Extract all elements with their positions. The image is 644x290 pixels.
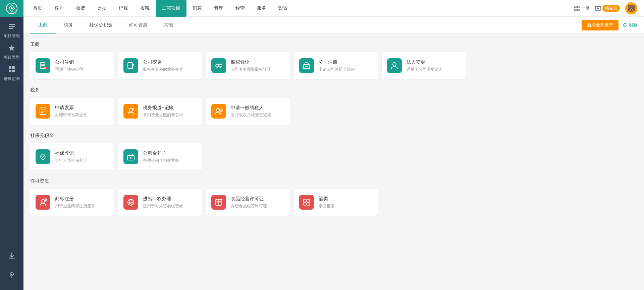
tab-right-actions: 新增业务类型 刷新 [582,20,637,30]
tab-other[interactable]: 其他 [156,17,181,33]
logo-area[interactable] [0,0,23,17]
shuiwu-cards: 申请发票 办理申请发票业务 [30,98,637,125]
trademark-title: 商标注册 [55,196,95,202]
import-export-icon [123,195,138,210]
equity-transfer-text: 股权转让 公司变更需要股权转让 [231,59,271,72]
nav-customer[interactable]: 客户 [48,0,70,17]
provident-fund-desc: 办理公积金相关业务 [143,158,179,163]
equity-transfer-desc: 公司变更需要股权转让 [231,67,271,72]
star-icon [8,44,15,53]
tab-gongshang[interactable]: 工商 [30,17,56,33]
provident-fund-title: 公积金开户 [143,150,179,156]
sidebar-item-progress[interactable]: 进度监测 [0,63,23,84]
nav-service[interactable]: 服务 [251,0,272,17]
card-company-cancel[interactable]: 公司注销 适用于注销公司 [30,52,114,79]
tab-shuiwu[interactable]: 税务 [56,17,81,33]
legal-person-change-text: 法人变更 适用于公司变更法人 [407,59,443,72]
svg-marker-10 [9,45,15,51]
svg-point-42 [216,108,220,112]
sidebar-item-project-manage[interactable]: 项目管理 [0,20,23,42]
general-taxpayer-icon [211,104,226,119]
sidebar-item-project-type[interactable]: 项目类型 [0,42,23,63]
sidebar-location[interactable] [0,267,23,283]
add-business-type-button[interactable]: 新增业务类型 [582,20,619,30]
nav-operate[interactable]: 经营 [229,0,251,17]
nav-ticket[interactable]: 票据 [91,0,113,17]
svg-rect-4 [578,9,579,11]
download-icon [8,252,15,259]
svg-rect-62 [304,199,306,202]
member-button[interactable]: 畅会员 [595,5,620,12]
invoice-title: 申请发票 [55,105,87,111]
tax-report-desc: 拿到营业执照的新公司 [143,112,183,118]
nav-settings[interactable]: 设置 [272,0,294,17]
nav-business[interactable]: 工商项目 [156,0,186,17]
company-cancel-icon [36,58,50,73]
tax-report-text: 税务报道+记账 拿到营业执照的新公司 [143,105,183,118]
card-legal-person-change[interactable]: 法人变更 适用于公司变更法人 [382,52,466,79]
tab-xuke[interactable]: 许可资质 [121,17,156,33]
svg-rect-14 [12,70,15,72]
equity-transfer-title: 股权转让 [231,59,271,65]
gongshang-cards: 公司注销 适用于注销公司 公司变更 股权变更外的业务变更 [30,52,637,79]
svg-rect-13 [9,70,11,72]
sidebar-download[interactable] [0,247,23,264]
legal-person-change-icon [387,58,402,73]
social-insurance-icon [36,149,50,164]
svg-rect-3 [575,9,576,11]
svg-point-0 [11,7,13,9]
general-taxpayer-desc: 当月或次月成变更完成 [231,112,271,118]
alcohol-title: 酒类 [319,196,335,202]
main-scroll-content[interactable]: 工商 公司注销 [23,33,644,290]
svg-point-33 [393,63,396,66]
svg-rect-8 [9,26,15,27]
card-provident-fund[interactable]: 公积金开户 办理公积金相关业务 [118,143,202,170]
provident-fund-text: 公积金开户 办理公积金相关业务 [143,150,179,163]
refresh-label: 刷新 [629,22,637,28]
fullscreen-icon [574,6,580,11]
svg-point-50 [130,157,131,159]
card-alcohol[interactable]: 酒类 零售批发 [294,189,378,216]
xuke-cards: R 商标注册 用于企业商标注册服务 [30,189,637,216]
food-license-text: 食品经营许可证 办理食品经营许可证 [231,196,267,209]
refresh-button[interactable]: 刷新 [623,22,637,28]
nav-message[interactable]: 消息 [186,0,208,17]
nav-accounting[interactable]: 记账 [113,0,134,17]
alcohol-text: 酒类 零售批发 [319,196,335,209]
company-cancel-desc: 适用于注销公司 [55,67,83,72]
section-title-xuke: 许可资质 [30,178,637,184]
nav-tax[interactable]: 报税 [134,0,156,17]
food-license-title: 食品经营许可证 [231,196,267,202]
food-license-icon [211,195,226,210]
sidebar: 项目管理 项目类型 进度监测 [0,17,23,290]
card-general-taxpayer[interactable]: 申请一般纳税人 当月或次月成变更完成 [206,98,290,125]
company-cancel-text: 公司注销 适用于注销公司 [55,59,83,72]
card-tax-report[interactable]: 税务报道+记账 拿到营业执照的新公司 [118,98,202,125]
company-register-text: 公司注册 申请公司注册全流程 [319,59,355,72]
company-register-desc: 申请公司注册全流程 [319,67,355,72]
card-company-register[interactable]: 公司注册 申请公司注册全流程 [294,52,378,79]
nav-home[interactable]: 首页 [27,0,48,17]
fullscreen-button[interactable]: 全屏 [574,5,590,11]
nav-manage[interactable]: 管理 [208,0,229,17]
tab-shebao[interactable]: 社保公积金 [81,17,121,33]
sidebar-label-progress: 进度监测 [4,76,20,82]
card-company-change[interactable]: 公司变更 股权变更外的业务变更 [118,52,202,79]
import-export-desc: 适用于对外贸易经营者 [143,203,183,209]
card-social-insurance[interactable]: 社保登记 进行人员社保登记 [30,143,114,170]
card-equity-transfer[interactable]: 股权转让 公司变更需要股权转让 [206,52,290,79]
tax-report-icon [123,104,138,119]
card-trademark[interactable]: R 商标注册 用于企业商标注册服务 [30,189,114,216]
avatar[interactable]: 🐻 [625,2,637,14]
card-food-license[interactable]: 食品经营许可证 办理食品经营许可证 [206,189,290,216]
svg-marker-18 [626,23,627,24]
company-cancel-title: 公司注销 [55,59,83,65]
nav-fee[interactable]: 收费 [70,0,91,17]
nav-items: 首页 客户 收费 票据 记账 报税 工商项目 消息 管理 经营 服务 设置 [23,0,574,17]
card-invoice[interactable]: 申请发票 办理申请发票业务 [30,98,114,125]
card-import-export[interactable]: 进出口权办理 适用于对外贸易经营者 [118,189,202,216]
svg-rect-2 [578,6,579,8]
svg-rect-12 [12,66,15,69]
company-register-title: 公司注册 [319,59,355,65]
social-insurance-title: 社保登记 [55,150,87,156]
